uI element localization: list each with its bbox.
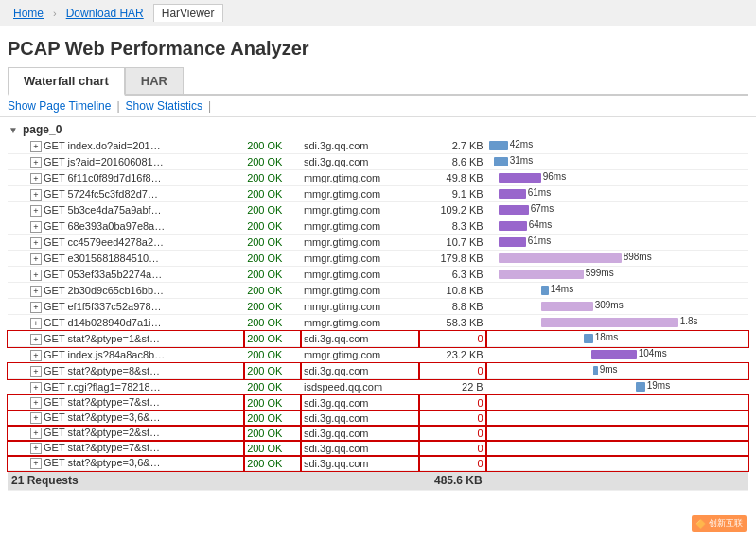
row-expand-btn[interactable]: + (30, 366, 42, 377)
request-status: 200 OK (244, 456, 301, 471)
row-expand-btn[interactable]: + (30, 443, 42, 454)
request-size: 49.8 KB (419, 170, 486, 186)
request-status: 200 OK (244, 202, 301, 218)
request-url: +GET 68e393a0ba97e8a… (8, 218, 244, 235)
table-row[interactable]: +GET index.do?aid=201…200 OKsdi.3g.qq.co… (8, 138, 748, 154)
request-url: +GET 5b3ce4da75a9abf… (8, 202, 244, 218)
table-row[interactable]: +GET stat?&ptype=1&st…200 OKsdi.3g.qq.co… (8, 331, 748, 347)
row-expand-btn[interactable]: + (30, 221, 42, 233)
request-waterfall (486, 426, 748, 441)
tab-har[interactable]: HAR (125, 67, 184, 94)
request-url: +GET stat?&ptype=3,6&… (8, 410, 244, 426)
request-url: +GET e3015681884510… (8, 251, 244, 267)
request-waterfall: 42ms (486, 138, 748, 154)
request-waterfall: 1.8s (486, 315, 748, 331)
request-size: 8.8 KB (419, 299, 486, 315)
row-expand-btn[interactable]: + (30, 141, 42, 152)
url-text: GET 6f11c0f89d7d16f8… (44, 172, 162, 183)
table-row[interactable]: +GET ef1f5f337c52a978…200 OKmmgr.gtimg.c… (8, 299, 748, 315)
request-host: mmgr.gtimg.com (301, 186, 419, 202)
waterfall-time-label: 1.8s (680, 316, 698, 326)
row-expand-btn[interactable]: + (30, 302, 42, 313)
row-expand-btn[interactable]: + (30, 350, 42, 361)
request-host: mmgr.gtimg.com (301, 251, 419, 267)
url-text: GET r.cgi?flag1=78218… (44, 381, 161, 393)
table-row[interactable]: +GET e3015681884510…200 OKmmgr.gtimg.com… (8, 251, 748, 267)
table-row[interactable]: +GET 68e393a0ba97e8a…200 OKmmgr.gtimg.co… (8, 218, 748, 235)
row-expand-btn[interactable]: + (30, 157, 42, 168)
request-size: 10.8 KB (419, 283, 486, 299)
row-expand-btn[interactable]: + (30, 237, 42, 249)
tabs-bar: Waterfall chart HAR (8, 67, 748, 96)
request-waterfall: 898ms (486, 251, 748, 267)
request-host: mmgr.gtimg.com (301, 235, 419, 251)
table-row[interactable]: +GET r.cgi?flag1=78218…200 OKisdspeed.qq… (8, 379, 748, 395)
page-expand-icon[interactable]: ▼ (8, 124, 19, 135)
toolbar-sep-1: | (116, 99, 119, 113)
request-url: +GET index.do?aid=201… (8, 138, 244, 154)
row-expand-btn[interactable]: + (30, 382, 42, 393)
url-text: GET e3015681884510… (44, 253, 159, 264)
table-row[interactable]: +GET index.js?84a8ac8b…200 OKmmgr.gtimg.… (8, 347, 748, 363)
url-text: GET 2b30d9c65cb16bb… (44, 285, 164, 296)
show-page-timeline-link[interactable]: Show Page Timeline (8, 99, 111, 113)
url-text: GET index.js?84a8ac8b… (44, 349, 165, 360)
waterfall-time-label: 67ms (531, 203, 554, 214)
request-status: 200 OK (244, 379, 301, 395)
tab-waterfall[interactable]: Waterfall chart (8, 67, 125, 96)
request-host: sdi.3g.qq.com (301, 331, 419, 347)
row-expand-btn[interactable]: + (30, 270, 42, 281)
request-host: mmgr.gtimg.com (301, 299, 419, 315)
row-expand-btn[interactable]: + (30, 458, 42, 469)
nav-download[interactable]: Download HAR (61, 5, 149, 22)
waterfall-time-label: 9ms (600, 364, 618, 375)
url-text: GET stat?&ptype=8&st… (44, 365, 160, 376)
request-url: +GET 053ef33a5b2274a… (8, 267, 244, 283)
table-row[interactable]: +GET stat?&ptype=7&st…200 OKsdi.3g.qq.co… (8, 395, 748, 410)
table-row[interactable]: +GET js?aid=201606081…200 OKsdi.3g.qq.co… (8, 154, 748, 170)
url-text: GET cc4579eed4278a2… (44, 236, 164, 248)
row-expand-btn[interactable]: + (30, 173, 42, 184)
row-expand-btn[interactable]: + (30, 334, 42, 345)
row-expand-btn[interactable]: + (30, 253, 42, 265)
request-host: mmgr.gtimg.com (301, 202, 419, 218)
row-expand-btn[interactable]: + (30, 428, 42, 439)
request-size: 179.8 KB (419, 251, 486, 267)
request-size: 10.7 KB (419, 235, 486, 251)
table-row[interactable]: +GET 6f11c0f89d7d16f8…200 OKmmgr.gtimg.c… (8, 170, 748, 186)
table-row[interactable]: +GET stat?&ptype=2&st…200 OKsdi.3g.qq.co… (8, 426, 748, 441)
table-row[interactable]: +GET stat?&ptype=8&st…200 OKsdi.3g.qq.co… (8, 363, 748, 379)
request-host: sdi.3g.qq.com (301, 138, 419, 154)
request-url: +GET stat?&ptype=7&st… (8, 441, 244, 456)
row-expand-btn[interactable]: + (30, 205, 42, 217)
url-text: GET ef1f5f337c52a978… (44, 301, 162, 312)
table-row[interactable]: +GET cc4579eed4278a2…200 OKmmgr.gtimg.co… (8, 235, 748, 251)
request-waterfall: 64ms (486, 218, 748, 235)
row-expand-btn[interactable]: + (30, 286, 42, 297)
request-waterfall (486, 441, 748, 456)
show-statistics-link[interactable]: Show Statistics (126, 99, 202, 113)
request-status: 200 OK (244, 251, 301, 267)
row-expand-btn[interactable]: + (30, 412, 42, 424)
request-waterfall (486, 456, 748, 471)
request-tree: ▼ page_0 +GET index.do?aid=201…200 OKsdi… (8, 121, 748, 491)
table-row[interactable]: +GET stat?&ptype=3,6&…200 OKsdi.3g.qq.co… (8, 456, 748, 471)
row-expand-btn[interactable]: + (30, 397, 42, 409)
request-url: +GET index.js?84a8ac8b… (8, 347, 244, 363)
row-expand-btn[interactable]: + (30, 318, 42, 329)
table-row[interactable]: +GET 5724fc5c3fd82d7…200 OKmmgr.gtimg.co… (8, 186, 748, 202)
row-expand-btn[interactable]: + (30, 189, 42, 201)
request-size: 0 (419, 441, 486, 456)
request-host: sdi.3g.qq.com (301, 395, 419, 410)
url-text: GET stat?&ptype=7&st… (44, 396, 160, 408)
table-row[interactable]: +GET d14b028940d7a1i…200 OKmmgr.gtimg.co… (8, 315, 748, 331)
url-text: GET 5724fc5c3fd82d7… (44, 188, 158, 200)
nav-current: HarViewer (153, 4, 223, 22)
table-row[interactable]: +GET 2b30d9c65cb16bb…200 OKmmgr.gtimg.co… (8, 283, 748, 299)
table-row[interactable]: +GET 5b3ce4da75a9abf…200 OKmmgr.gtimg.co… (8, 202, 748, 218)
table-row[interactable]: +GET 053ef33a5b2274a…200 OKmmgr.gtimg.co… (8, 267, 748, 283)
table-row[interactable]: +GET stat?&ptype=7&st…200 OKsdi.3g.qq.co… (8, 441, 748, 456)
nav-home[interactable]: Home (8, 5, 49, 22)
request-url: +GET d14b028940d7a1i… (8, 315, 244, 331)
table-row[interactable]: +GET stat?&ptype=3,6&…200 OKsdi.3g.qq.co… (8, 410, 748, 426)
